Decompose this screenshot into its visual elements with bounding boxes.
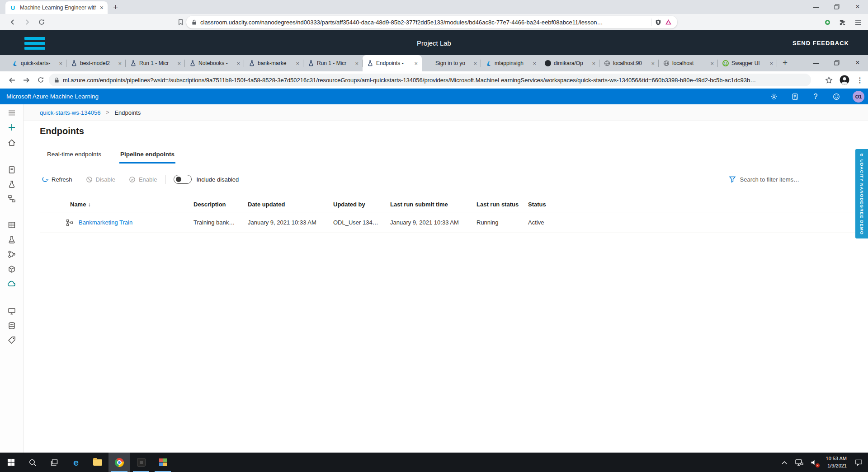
filter-search-input[interactable]: Search to filter items…: [729, 173, 800, 186]
send-feedback-button[interactable]: SEND FEEDBACK: [793, 39, 849, 46]
outer-address-bar[interactable]: classroom.udacity.com/nanodegrees/nd0033…: [186, 16, 677, 28]
table-row[interactable]: Bankmarketing Train Training bank… Janua…: [40, 212, 868, 233]
restore-icon[interactable]: [826, 0, 847, 14]
column-header-last-run-status[interactable]: Last run status: [476, 201, 528, 208]
vm-tab-bank-marke[interactable]: bank-marke×: [244, 55, 303, 71]
release-notes-icon[interactable]: [790, 93, 799, 100]
back-icon[interactable]: [8, 76, 16, 84]
edge-browser-icon[interactable]: e: [65, 453, 87, 472]
speaker-muted-icon[interactable]: ×: [808, 453, 820, 472]
sidebar-pipelines-icon[interactable]: [8, 250, 16, 258]
outer-browser-tab[interactable]: U Machine Learning Engineer with ×: [5, 1, 108, 14]
task-view-icon[interactable]: [43, 453, 65, 472]
sidebar-new-plus-icon[interactable]: [8, 123, 16, 131]
sidebar-datasets-icon[interactable]: [8, 221, 16, 229]
lab-menu-icon[interactable]: [24, 37, 45, 50]
new-tab-button[interactable]: +: [113, 2, 118, 12]
taskbar-clock[interactable]: 10:53 AM 1/9/2021: [823, 455, 849, 470]
close-icon[interactable]: ×: [710, 61, 714, 66]
vm-tab-endpoints-active[interactable]: Endpoints -×: [363, 55, 422, 71]
vm-tab-notebooks[interactable]: Notebooks -×: [185, 55, 244, 71]
refresh-button[interactable]: Refresh: [42, 176, 72, 183]
close-icon[interactable]: ×: [847, 55, 868, 70]
profile-avatar-icon[interactable]: [839, 75, 850, 85]
tab-realtime-endpoints[interactable]: Real-time endpoints: [46, 147, 102, 164]
close-icon[interactable]: ×: [473, 61, 477, 66]
sidebar-endpoints-icon[interactable]: [8, 280, 16, 288]
endpoint-name-link[interactable]: Bankmarketing Train: [79, 219, 132, 226]
udacity-demo-side-tab[interactable]: « UDACITY NANODEGREE DEMO: [855, 149, 868, 238]
restore-icon[interactable]: [826, 55, 847, 70]
vm-tab-sign-in[interactable]: Sign in to yo×: [422, 55, 481, 71]
minimize-icon[interactable]: —: [806, 0, 826, 14]
minimize-icon[interactable]: —: [806, 55, 826, 70]
file-explorer-icon[interactable]: [87, 453, 108, 472]
sidebar-models-icon[interactable]: [8, 265, 16, 273]
feedback-smiley-icon[interactable]: [832, 93, 841, 100]
vm-tab-best-model[interactable]: best-model2×: [66, 55, 126, 71]
start-button[interactable]: [0, 453, 22, 472]
action-center-icon[interactable]: [853, 453, 864, 472]
user-avatar[interactable]: O1: [853, 91, 864, 103]
close-icon[interactable]: ×: [118, 61, 122, 66]
close-icon[interactable]: ×: [59, 61, 62, 66]
sidebar-menu-icon[interactable]: [8, 109, 16, 117]
sidebar-home-icon[interactable]: [8, 139, 16, 147]
reload-icon[interactable]: [37, 76, 44, 84]
vm-tab-swagger[interactable]: {:} Swagger UI×: [718, 55, 777, 71]
sort-descending-icon[interactable]: ↓: [88, 201, 90, 208]
vm-address-bar[interactable]: ml.azure.com/endpoints/pipelines?wsid=/s…: [49, 74, 811, 86]
vm-tab-github[interactable]: dimikara/Op×: [540, 55, 599, 71]
sidebar-compute-icon[interactable]: [8, 307, 16, 315]
search-icon[interactable]: [22, 453, 43, 472]
chrome-browser-icon[interactable]: [108, 453, 130, 472]
close-icon[interactable]: ×: [100, 5, 104, 11]
show-hidden-icons-chevron[interactable]: [778, 453, 790, 472]
close-icon[interactable]: ×: [296, 61, 299, 66]
sidebar-notebooks-icon[interactable]: [8, 166, 16, 174]
close-icon[interactable]: ×: [847, 0, 868, 14]
vm-tab-run1-a[interactable]: Run 1 - Micr×: [126, 55, 185, 71]
sidebar-data-labeling-icon[interactable]: [8, 336, 16, 344]
breadcrumb-workspace-link[interactable]: quick-starts-ws-134056: [40, 109, 100, 116]
column-header-name[interactable]: Name↓: [40, 201, 193, 208]
bookmark-star-icon[interactable]: [825, 76, 833, 84]
forward-icon[interactable]: [23, 76, 30, 84]
column-header-status[interactable]: Status: [528, 201, 868, 208]
column-header-date-updated[interactable]: Date updated: [248, 201, 333, 208]
vm-tab-localhost[interactable]: localhost×: [659, 55, 718, 71]
vm-tab-run1-b[interactable]: Run 1 - Micr×: [303, 55, 363, 71]
settings-gear-icon[interactable]: [769, 93, 778, 100]
close-icon[interactable]: ×: [236, 61, 240, 66]
sidebar-datastores-icon[interactable]: [8, 322, 16, 330]
brave-rewards-icon[interactable]: [665, 19, 672, 25]
column-header-last-run-submit-time[interactable]: Last run submit time: [390, 201, 476, 208]
tab-pipeline-endpoints[interactable]: Pipeline endpoints: [119, 147, 175, 164]
brave-shield-icon[interactable]: [655, 19, 661, 26]
vm-tab-localhost-port[interactable]: localhost:90×: [599, 55, 659, 71]
close-icon[interactable]: ×: [177, 61, 181, 66]
help-icon[interactable]: ?: [811, 93, 820, 101]
column-header-updated-by[interactable]: Updated by: [333, 201, 390, 208]
network-display-icon[interactable]: [793, 453, 805, 472]
disable-button[interactable]: Disable: [86, 176, 115, 183]
colorful-app-icon[interactable]: [152, 453, 174, 472]
sidebar-automl-icon[interactable]: [8, 180, 16, 188]
sidebar-designer-icon[interactable]: [8, 195, 16, 203]
sidebar-experiments-icon[interactable]: [8, 236, 16, 244]
enable-button[interactable]: Enable: [129, 176, 157, 183]
menu-icon[interactable]: [855, 19, 862, 25]
vm-tab-mlappinsights[interactable]: mlappinsigh×: [481, 55, 540, 71]
close-icon[interactable]: ×: [592, 61, 595, 66]
close-icon[interactable]: ×: [355, 61, 359, 66]
new-tab-button[interactable]: +: [783, 58, 788, 68]
puzzle-extensions-icon[interactable]: [839, 19, 846, 26]
reload-icon[interactable]: [38, 19, 45, 26]
close-icon[interactable]: ×: [414, 61, 418, 66]
forward-icon[interactable]: [24, 19, 31, 26]
include-disabled-toggle[interactable]: [174, 175, 192, 184]
bookmark-icon[interactable]: [177, 19, 184, 26]
menu-kebab-icon[interactable]: ⋮: [856, 76, 863, 84]
extension-status-icon[interactable]: [825, 20, 830, 25]
dark-app-icon[interactable]: [130, 453, 152, 472]
